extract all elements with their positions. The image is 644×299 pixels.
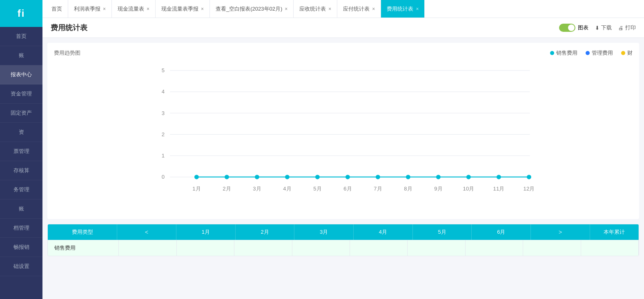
table-section: 费用类型 < 1月 2月 3月 4月 5月 [47, 224, 639, 256]
legend-dot-finance [621, 51, 625, 55]
close-icon[interactable]: × [147, 6, 149, 12]
page-header: 费用统计表 图表 ⬇ 下载 🖨 打印 [42, 18, 644, 38]
col-header-m1: 1月 [176, 224, 236, 240]
row-m1-cell [177, 240, 234, 256]
table-header-row: 费用类型 < 1月 2月 3月 4月 5月 [48, 224, 639, 240]
svg-text:10月: 10月 [463, 186, 475, 192]
print-icon: 🖨 [618, 25, 624, 31]
col-header-m4: 4月 [354, 224, 413, 240]
sidebar-item-reports[interactable]: 报表中心 [0, 65, 42, 84]
tab-payable[interactable]: 应付统计表 × [337, 0, 381, 18]
col-m2-label: 2月 [261, 228, 269, 236]
chart-toggle[interactable] [559, 24, 575, 32]
close-icon[interactable]: × [328, 6, 331, 12]
close-icon[interactable]: × [285, 6, 287, 12]
row-m5-cell [408, 240, 465, 256]
sidebar-item-assets[interactable]: 固定资产 [0, 104, 42, 123]
sidebar-item-invoice[interactable]: 票管理 [0, 142, 42, 161]
svg-text:6月: 6月 [343, 186, 352, 192]
svg-text:5: 5 [162, 67, 165, 73]
tab-expense[interactable]: 费用统计表 × [381, 0, 425, 18]
data-point [436, 175, 441, 179]
col-m5-label: 5月 [438, 228, 446, 236]
close-icon[interactable]: × [103, 6, 106, 12]
svg-text:7月: 7月 [374, 186, 382, 192]
svg-text:4月: 4月 [283, 186, 291, 192]
close-icon[interactable]: × [201, 6, 204, 12]
sidebar-item-ledger[interactable]: 账 [0, 199, 42, 219]
chart-toggle-label: 图表 [578, 24, 588, 31]
svg-text:8月: 8月 [404, 186, 412, 192]
col-type-label: 费用类型 [72, 228, 93, 236]
tab-cashflow-quarterly[interactable]: 现金流量表季报 × [156, 0, 210, 18]
tab-profit-quarterly[interactable]: 利润表季报 × [68, 0, 112, 18]
tab-receivable[interactable]: 应收统计表 × [294, 0, 337, 18]
chart-title: 费用趋势图 [54, 49, 80, 57]
tab-cashflow[interactable]: 现金流量表 × [112, 0, 156, 18]
col-m6-label: 6月 [497, 228, 505, 236]
data-point [376, 175, 380, 179]
data-point [406, 175, 410, 179]
header-actions: 图表 ⬇ 下载 🖨 打印 [559, 24, 636, 32]
legend-sales: 销售费用 [550, 49, 577, 57]
download-icon: ⬇ [595, 25, 599, 31]
svg-text:5月: 5月 [313, 186, 321, 192]
sidebar-item-expense[interactable]: 畅报销 [0, 238, 42, 257]
row-m6-cell [466, 240, 523, 256]
svg-text:1月: 1月 [192, 186, 201, 192]
data-point [315, 175, 320, 179]
tab-home[interactable]: 首页 [46, 0, 68, 18]
row-m4-cell [350, 240, 408, 256]
col-m4-label: 4月 [379, 228, 387, 236]
col-header-m3: 3月 [294, 224, 354, 240]
svg-text:9月: 9月 [434, 186, 442, 192]
sidebar-item-funds[interactable]: 资金管理 [0, 84, 42, 104]
table-row: 销售费用 [48, 240, 639, 256]
data-point [194, 175, 199, 179]
chart-legend: 销售费用 管理费用 财 [550, 49, 633, 57]
print-button[interactable]: 🖨 打印 [618, 24, 636, 31]
sidebar-item-capital[interactable]: 资 [0, 123, 42, 142]
col-header-nav-prev[interactable]: < [117, 224, 176, 240]
legend-label-admin: 管理费用 [592, 49, 613, 57]
col-header-m2: 2月 [236, 224, 295, 240]
chart-section: 费用趋势图 销售费用 管理费用 财 [47, 43, 639, 219]
svg-text:0: 0 [162, 174, 165, 180]
sidebar-item-archive[interactable]: 档管理 [0, 219, 42, 238]
row-m2-cell [234, 240, 292, 256]
tab-bar: 首页 利润表季报 × 现金流量表 × 现金流量表季报 × 查看_空白报表(202… [42, 0, 644, 18]
row-empty-next [523, 240, 581, 256]
download-button[interactable]: ⬇ 下载 [595, 24, 612, 31]
legend-finance: 财 [621, 49, 633, 57]
sidebar-item-account[interactable]: 账 [0, 46, 42, 65]
sidebar-item-settings[interactable]: 础设置 [0, 257, 42, 276]
col-header-ytd: 本年累计 [590, 224, 639, 240]
chart-svg: 5 4 3 2 1 0 [54, 62, 633, 213]
sidebar-item-inventory[interactable]: 存核算 [0, 161, 42, 180]
next-arrow-icon[interactable]: > [559, 229, 562, 235]
prev-arrow-icon[interactable]: < [145, 229, 148, 235]
main-area: 首页 利润表季报 × 现金流量表 × 现金流量表季报 × 查看_空白报表(202… [42, 0, 644, 299]
data-point [466, 175, 471, 179]
svg-text:11月: 11月 [493, 186, 505, 192]
data-point [345, 175, 350, 179]
chart-toggle-wrap: 图表 [559, 24, 588, 32]
tab-blank-report[interactable]: 查看_空白报表(2023年02月) × [210, 0, 294, 18]
legend-admin: 管理费用 [586, 49, 613, 57]
sidebar-item-home[interactable]: 首页 [0, 27, 42, 46]
sidebar-item-service[interactable]: 务管理 [0, 180, 42, 199]
data-point [255, 175, 259, 179]
svg-text:1: 1 [162, 153, 165, 159]
col-header-m5: 5月 [413, 224, 472, 240]
svg-text:2月: 2月 [223, 186, 231, 192]
col-header-nav-next[interactable]: > [531, 224, 590, 240]
close-icon[interactable]: × [372, 6, 375, 12]
svg-text:3月: 3月 [253, 186, 261, 192]
row-type-cell: 销售费用 [48, 240, 119, 256]
sidebar: fi 首页 账 报表中心 资金管理 固定资产 资 票管理 存核算 务管理 账 档… [0, 0, 42, 299]
row-m3-cell [292, 240, 350, 256]
svg-text:4: 4 [162, 89, 165, 95]
close-icon[interactable]: × [416, 6, 419, 12]
col-header-type: 费用类型 [48, 224, 117, 240]
svg-text:12月: 12月 [524, 186, 535, 192]
